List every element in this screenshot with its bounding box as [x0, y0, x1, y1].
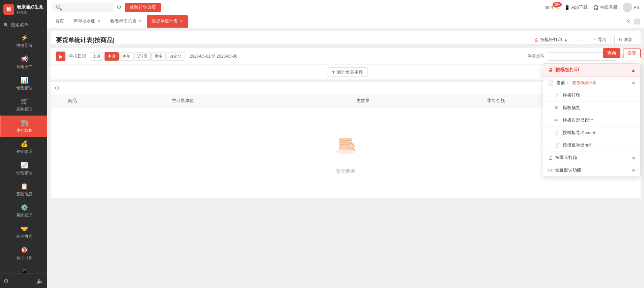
sidebar-item-inventory[interactable]: 🏬 库存核算 [0, 116, 47, 137]
basics-icon: 📋 [21, 183, 28, 190]
date-range-display: 2023-06-01 至 2023-06-30 [190, 54, 237, 59]
sidebar-item-label: 营销推广 [16, 64, 32, 70]
sidebar-item-finance[interactable]: 💰 资金管理 [0, 137, 47, 158]
current-template-icon: 📄 [548, 80, 554, 86]
online-service-button[interactable]: 🎧 在线客服 [593, 4, 617, 10]
empty-icon [332, 131, 359, 163]
sidebar-item-sales[interactable]: 📊 销售管理 [0, 73, 47, 94]
app-download-button[interactable]: 📱 App下载 [564, 4, 588, 10]
dropdown-close-icon[interactable]: ▲ [631, 67, 636, 73]
sidebar-item-quicknav[interactable]: ⚡ 快捷导航 [0, 31, 47, 52]
set-default-label: 设置默认功能 [555, 167, 581, 173]
search-input[interactable] [64, 5, 108, 10]
tab-receivables-close[interactable]: ✕ [139, 19, 142, 24]
date-last7days-btn[interactable]: 近7天 [134, 52, 151, 61]
main-area: 🔍 ⚙ 体验行业方案 ✉ 消息 99+ 📱 App下载 🎧 在线客服 Ri [47, 0, 644, 288]
volume-icon[interactable]: 🔈 [36, 277, 44, 285]
export-label: 导出 [598, 37, 607, 43]
filter-expand-icon[interactable]: ▶ [56, 52, 65, 61]
date-more-btn[interactable]: 更多 [151, 52, 166, 61]
topbar-gear-icon[interactable]: ⚙ [116, 4, 122, 11]
export-pdf-icon: 📄 [554, 142, 559, 148]
date-this-month-btn[interactable]: 本月 [105, 52, 119, 61]
avatar [623, 3, 632, 12]
sidebar-search-label: 搜索菜单 [11, 22, 28, 28]
printer-icon: 🖨 [534, 37, 538, 42]
settings-button[interactable]: 设置 [623, 48, 641, 58]
sidebar-item-operations[interactable]: 📈 经营管理 [0, 158, 47, 179]
expand-more-btn[interactable]: ▼ 展开更多条件 [327, 67, 368, 77]
sidebar-item-label: 企业协同 [16, 234, 32, 239]
dropdown-template-design[interactable]: ✏ 模板自定义设计 [543, 114, 640, 127]
more-actions-icon[interactable]: ··· [576, 35, 586, 45]
print-template-button[interactable]: 🖨 按模板打印 ▲ [530, 35, 573, 45]
sidebar-item-marketing[interactable]: 📢 营销推广 [0, 52, 47, 73]
export-pdf-label: 按模板导出pdf [563, 142, 591, 148]
tab-home[interactable]: 首页 [51, 15, 69, 28]
sidebar-nav: ⚡ 快捷导航 📢 营销推广 📊 销售管理 🛒 采购管理 🏬 库存核算 💰 资金管… [0, 31, 47, 274]
col-quantity-header: 主数量 [352, 94, 483, 107]
tab-order-stats-label: 要货单统计表 [151, 18, 178, 24]
app-download-label: App下载 [571, 4, 588, 10]
export-excel-icon: 📄 [554, 130, 559, 135]
topbar-search[interactable]: 🔍 [52, 3, 113, 12]
tab-receivables-label: 收发存汇总表 [110, 18, 137, 24]
sidebar-item-label: 采购管理 [16, 106, 32, 112]
sidebar-item-coop[interactable]: 🤝 企业协同 [0, 222, 47, 243]
inventory-icon: 🏬 [21, 119, 28, 126]
order-type-label: 单据类型 [527, 53, 545, 59]
sidebar-item-basics[interactable]: 📋 基础信息 [0, 179, 47, 200]
query-button[interactable]: 查询 [603, 48, 620, 58]
dropdown-export-excel[interactable]: 📄 按模板导出excel [543, 127, 640, 139]
tab-inventory-batch-close[interactable]: ✕ [97, 19, 101, 24]
sidebar-item-system[interactable]: ⚙️ 系统管理 [0, 200, 47, 222]
date-prev-month-btn[interactable]: 上月 [90, 52, 104, 61]
search-icon: 🔍 [3, 23, 9, 28]
tab-receivables-summary[interactable]: 收发存汇总表 ✕ [106, 15, 147, 28]
dropdown-template-print[interactable]: 🖨 模板打印 [543, 89, 640, 102]
sidebar-item-appcenter[interactable]: 📱 应用中心 [0, 264, 47, 274]
sidebar-item-label: 新手引导 [16, 255, 32, 261]
refresh-button[interactable]: ↻ 刷新 [614, 35, 637, 45]
newguide-icon: 🎯 [21, 246, 28, 254]
export-excel-label: 按模板导出excel [563, 130, 595, 136]
dropdown-template-preview[interactable]: 👁 模板预览 [543, 102, 640, 114]
user-avatar[interactable]: Rit [623, 3, 639, 12]
finance-icon: 💰 [21, 140, 28, 148]
sales-icon: 📊 [21, 76, 28, 84]
sidebar-item-label: 基础信息 [16, 191, 32, 197]
dropdown-set-default-group[interactable]: ⚙ 设置默认功能 ▶ [543, 164, 640, 177]
display-print-icon: 🖨 [548, 155, 553, 160]
window-close-icon[interactable]: ✕ [626, 18, 631, 25]
topbar: 🔍 ⚙ 体验行业方案 ✉ 消息 99+ 📱 App下载 🎧 在线客服 Ri [47, 0, 644, 15]
sidebar-item-newguide[interactable]: 🎯 新手引导 [0, 243, 47, 264]
date-custom-btn[interactable]: 自定义 [166, 52, 184, 61]
sidebar-item-purchase[interactable]: 🛒 采购管理 [0, 94, 47, 116]
table-settings-icon[interactable]: ⚙ [55, 85, 59, 91]
tab-order-stats-close[interactable]: ✕ [180, 19, 183, 24]
col-settings-header [51, 94, 64, 107]
display-print-chevron: ▶ [633, 155, 636, 160]
tab-order-stats[interactable]: 要货单统计表 ✕ [147, 15, 188, 28]
print-template-dropdown: 🖨 按模板打印 ▲ 📄 当前： 要货单统计表 ▶ 🖨 模板打印 [543, 63, 641, 177]
purchase-icon: 🛒 [21, 98, 28, 105]
dropdown-header[interactable]: 🖨 按模板打印 ▲ [543, 64, 640, 77]
export-button[interactable]: ↑ 导出 [590, 35, 611, 45]
set-default-chevron: ▶ [633, 168, 636, 172]
coop-icon: 🤝 [21, 225, 28, 232]
marketing-icon: 📢 [21, 55, 28, 63]
dropdown-display-print-group[interactable]: 🖨 按显示打印 ▶ [543, 152, 640, 164]
trial-button[interactable]: 体验行业方案 [125, 3, 161, 12]
messages-button[interactable]: ✉ 消息 99+ [545, 4, 559, 10]
sidebar-search-item[interactable]: 🔍 搜索菜单 [0, 19, 47, 31]
window-maximize-icon[interactable]: ⬜ [634, 18, 641, 25]
settings-icon[interactable]: ⚙ [3, 277, 9, 285]
tab-home-label: 首页 [55, 18, 64, 24]
dropdown-current-item[interactable]: 📄 当前： 要货单统计表 ▶ [543, 77, 640, 89]
print-template-label: 按模板打印 [540, 37, 562, 43]
dropdown-export-pdf[interactable]: 📄 按模板导出pdf [543, 139, 640, 152]
tab-inventory-batch[interactable]: 库存批次账 ✕ [69, 15, 106, 28]
date-this-year-btn[interactable]: 本年 [119, 52, 134, 61]
template-preview-label: 模板预览 [563, 105, 580, 111]
sidebar-item-label: 经营管理 [16, 170, 32, 176]
